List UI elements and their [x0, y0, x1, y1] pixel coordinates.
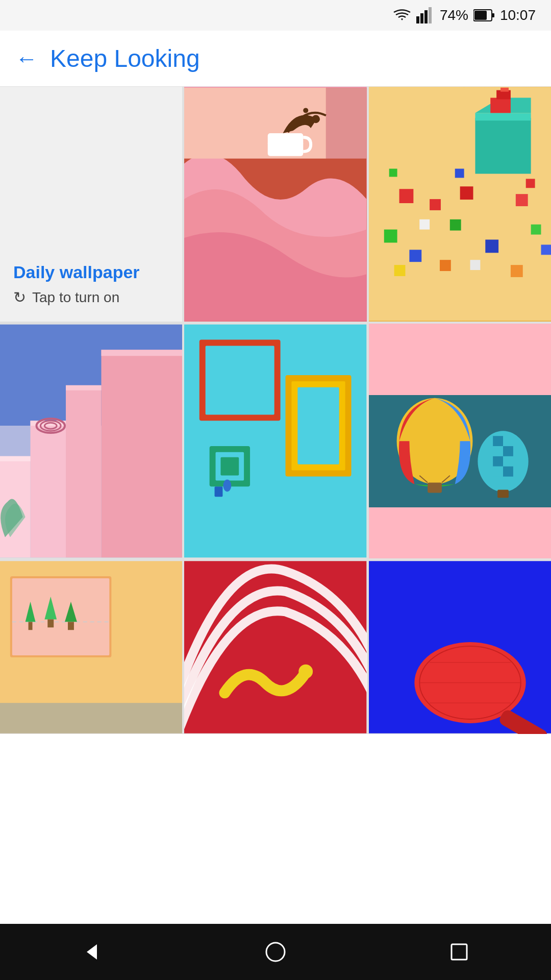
wallpaper-balloon[interactable] — [369, 324, 551, 558]
svg-rect-30 — [541, 244, 551, 255]
balloon-top-strip — [369, 324, 551, 395]
status-icons: 74% 10:07 — [393, 6, 536, 24]
colorful-blocks-art — [369, 87, 551, 322]
daily-wallpaper-cell[interactable]: Daily wallpaper ↻ Tap to turn on — [0, 87, 182, 322]
svg-rect-24 — [516, 194, 528, 206]
svg-rect-28 — [409, 250, 421, 262]
svg-rect-37 — [389, 169, 397, 177]
time-display: 10:07 — [500, 7, 536, 23]
svg-rect-31 — [440, 260, 451, 271]
svg-rect-75 — [503, 467, 513, 477]
svg-rect-20 — [500, 88, 509, 92]
svg-rect-2 — [424, 10, 428, 23]
svg-rect-54 — [206, 346, 274, 414]
bottom-spacer — [0, 734, 551, 792]
nav-home-icon — [263, 939, 288, 965]
nav-bar — [0, 924, 551, 980]
signal-icon — [416, 6, 435, 24]
svg-rect-48 — [0, 456, 31, 461]
pink-stairs-art — [0, 324, 182, 558]
nav-recents-button[interactable] — [441, 934, 477, 970]
battery-percent: 74% — [440, 7, 468, 23]
svg-rect-42 — [66, 385, 101, 557]
svg-rect-34 — [470, 260, 480, 270]
svg-rect-15 — [475, 118, 531, 174]
wallpaper-orange-scene[interactable] — [0, 560, 182, 734]
svg-rect-32 — [511, 265, 523, 277]
nav-recents-icon — [446, 939, 472, 965]
wifi-icon — [393, 6, 411, 24]
svg-rect-18 — [490, 98, 511, 113]
svg-rect-73 — [503, 456, 513, 467]
svg-rect-5 — [492, 13, 494, 17]
svg-point-90 — [299, 665, 313, 679]
colored-frames-art — [184, 324, 366, 558]
svg-rect-38 — [455, 169, 464, 178]
svg-rect-83 — [29, 622, 33, 630]
svg-rect-6 — [474, 11, 487, 20]
svg-point-12 — [312, 115, 320, 123]
svg-rect-26 — [449, 219, 461, 231]
svg-rect-87 — [68, 622, 74, 630]
svg-rect-64 — [428, 483, 442, 493]
status-bar: 74% 10:07 — [0, 0, 551, 31]
svg-rect-21 — [399, 189, 413, 203]
refresh-icon: ↻ — [13, 288, 26, 306]
svg-point-13 — [304, 108, 309, 113]
svg-rect-69 — [503, 436, 513, 446]
svg-rect-0 — [416, 16, 419, 23]
nav-home-button[interactable] — [258, 934, 293, 970]
page-title: Keep Looking — [50, 44, 200, 72]
wallpaper-colored-frames[interactable] — [184, 324, 366, 558]
svg-rect-70 — [493, 446, 503, 456]
svg-rect-22 — [430, 199, 441, 210]
svg-rect-45 — [102, 350, 183, 356]
tap-to-turn-on-label: Tap to turn on — [32, 289, 119, 306]
daily-wallpaper-tap[interactable]: ↻ Tap to turn on — [13, 288, 169, 306]
wallpaper-colorful-blocks[interactable] — [369, 87, 551, 322]
svg-rect-1 — [420, 13, 423, 23]
svg-rect-29 — [485, 239, 498, 253]
svg-rect-23 — [460, 186, 473, 200]
app-header: ← Keep Looking — [0, 31, 551, 87]
balloon-art — [369, 395, 551, 507]
wallpaper-grid: Daily wallpaper ↻ Tap to turn on — [0, 87, 551, 734]
wallpaper-red-track[interactable] — [184, 560, 366, 734]
balloon-bottom-strip — [369, 507, 551, 558]
svg-point-99 — [266, 943, 285, 961]
svg-rect-9 — [326, 88, 366, 159]
svg-rect-27 — [531, 225, 541, 235]
svg-rect-100 — [452, 944, 467, 960]
wallpaper-pink-stairs[interactable] — [0, 324, 182, 558]
svg-rect-41 — [102, 350, 183, 557]
balloon-main — [369, 395, 551, 507]
svg-rect-77 — [497, 489, 509, 498]
pink-spill-art — [184, 87, 366, 322]
svg-rect-61 — [215, 486, 223, 497]
daily-wallpaper-label: Daily wallpaper — [13, 262, 169, 282]
svg-rect-68 — [493, 436, 503, 446]
svg-rect-74 — [493, 467, 503, 477]
wallpaper-pink-spill[interactable] — [184, 87, 366, 322]
orange-scene-art — [0, 560, 182, 734]
svg-rect-16 — [475, 113, 531, 120]
svg-rect-11 — [268, 133, 303, 156]
svg-point-62 — [223, 479, 232, 492]
svg-rect-33 — [419, 219, 430, 230]
battery-icon — [473, 8, 495, 22]
blue-pingpong-art — [369, 560, 551, 734]
svg-rect-43 — [31, 421, 66, 557]
svg-rect-88 — [0, 703, 182, 733]
svg-rect-35 — [394, 265, 405, 276]
svg-rect-3 — [429, 7, 432, 23]
nav-back-button[interactable] — [74, 934, 110, 970]
svg-marker-98 — [87, 944, 97, 960]
svg-rect-25 — [384, 230, 397, 243]
red-track-art — [184, 560, 366, 734]
svg-rect-60 — [221, 457, 239, 476]
svg-rect-57 — [298, 387, 339, 464]
back-button[interactable]: ← — [15, 46, 38, 71]
svg-rect-71 — [503, 446, 513, 456]
wallpaper-blue-pingpong[interactable] — [369, 560, 551, 734]
svg-rect-36 — [525, 179, 535, 188]
